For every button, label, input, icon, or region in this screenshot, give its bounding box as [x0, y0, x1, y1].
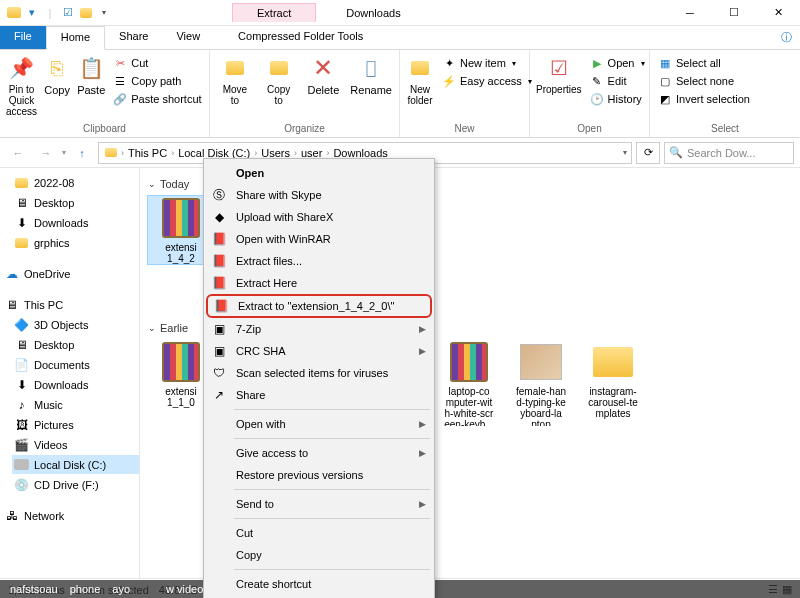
crumb-user[interactable]: user — [299, 147, 324, 159]
nav-item-onedrive[interactable]: ☁OneDrive — [2, 264, 139, 283]
tab-share[interactable]: Share — [105, 26, 162, 49]
blank-icon — [210, 575, 228, 593]
copy-button[interactable]: ⎘Copy — [41, 52, 73, 98]
nav-item-network[interactable]: 🖧Network — [2, 506, 139, 525]
tab-home[interactable]: Home — [46, 26, 105, 50]
nav-item-local-disk-c-[interactable]: Local Disk (C:) — [12, 455, 139, 474]
ctx-open-with[interactable]: Open with▶ — [206, 413, 432, 435]
file-item[interactable]: laptop-computer-with-white-screen-keyb..… — [436, 340, 502, 426]
crumb-dropdown-icon[interactable]: ▾ — [623, 148, 627, 157]
blank-icon — [210, 466, 228, 484]
ctx-copy[interactable]: Copy — [206, 544, 432, 566]
ctx-cut[interactable]: Cut — [206, 522, 432, 544]
copy-path-button[interactable]: ☰Copy path — [109, 73, 205, 89]
blank-icon — [210, 164, 228, 182]
paste-shortcut-button[interactable]: 🔗Paste shortcut — [109, 91, 205, 107]
new-folder-button[interactable]: New folder — [404, 52, 436, 108]
nav-item-cd-drive-f-[interactable]: 💿CD Drive (F:) — [12, 475, 139, 494]
rename-button[interactable]: ⌷Rename — [347, 52, 395, 98]
properties-button[interactable]: ☑Properties — [534, 52, 584, 97]
blank-icon — [210, 524, 228, 542]
nav-item-3d-objects[interactable]: 🔷3D Objects — [12, 315, 139, 334]
history-button[interactable]: 🕑History — [586, 91, 649, 107]
videos-icon: 🎬 — [14, 437, 29, 452]
nav-item-desktop[interactable]: 🖥Desktop — [12, 335, 139, 354]
nav-item-downloads[interactable]: ⬇Downloads — [12, 213, 139, 232]
tab-file[interactable]: File — [0, 26, 46, 49]
nav-item-downloads[interactable]: ⬇Downloads — [12, 375, 139, 394]
copy-to-button[interactable]: Copy to — [258, 52, 300, 108]
ctx-7-zip[interactable]: ▣7-Zip▶ — [206, 318, 432, 340]
qat-check-icon[interactable]: ☑ — [60, 5, 76, 21]
select-none-button[interactable]: ▢Select none — [654, 73, 754, 89]
taskbar-thumb[interactable]: ayo — [112, 583, 130, 595]
ctx-scan-selected-items-for-viruse[interactable]: 🛡Scan selected items for viruses — [206, 362, 432, 384]
contextual-tab-extract[interactable]: Extract — [232, 3, 316, 22]
ctx-extract-files-[interactable]: 📕Extract files... — [206, 250, 432, 272]
ctx-extract-to-extension-1-4-2-0-[interactable]: 📕Extract to "extension_1_4_2_0\" — [206, 294, 432, 318]
group-clipboard-label: Clipboard — [4, 122, 205, 135]
minimize-button[interactable]: ─ — [668, 0, 712, 26]
easy-access-button[interactable]: ⚡Easy access▾ — [438, 73, 536, 89]
crumb-users[interactable]: Users — [259, 147, 292, 159]
submenu-arrow-icon: ▶ — [419, 324, 426, 334]
file-item[interactable]: female-hand-typing-keyboard-laptop — [508, 340, 574, 426]
close-button[interactable]: ✕ — [756, 0, 800, 26]
nav-item-2022-08[interactable]: 2022-08 — [12, 173, 139, 192]
cut-button[interactable]: ✂Cut — [109, 55, 205, 71]
ctx-send-to[interactable]: Send to▶ — [206, 493, 432, 515]
edit-button[interactable]: ✎Edit — [586, 73, 649, 89]
recent-dropdown[interactable]: ▾ — [62, 148, 66, 157]
crumb-c[interactable]: Local Disk (C:) — [176, 147, 252, 159]
nav-item-music[interactable]: ♪Music — [12, 395, 139, 414]
ctx-open-with-winrar[interactable]: 📕Open with WinRAR — [206, 228, 432, 250]
up-button[interactable]: ↑ — [70, 141, 94, 165]
nav-item-documents[interactable]: 📄Documents — [12, 355, 139, 374]
nav-item-desktop[interactable]: 🖥Desktop — [12, 193, 139, 212]
ctx-give-access-to[interactable]: Give access to▶ — [206, 442, 432, 464]
select-all-button[interactable]: ▦Select all — [654, 55, 754, 71]
ctx-share-with-skype[interactable]: ⓈShare with Skype — [206, 184, 432, 206]
refresh-button[interactable]: ⟳ — [636, 142, 660, 164]
ctx-crc-sha[interactable]: ▣CRC SHA▶ — [206, 340, 432, 362]
maximize-button[interactable]: ☐ — [712, 0, 756, 26]
taskbar-thumb[interactable]: nafstsoau — [10, 583, 58, 595]
tab-compressed-tools[interactable]: Compressed Folder Tools — [228, 26, 373, 49]
music-icon: ♪ — [14, 397, 29, 412]
move-to-button[interactable]: Move to — [214, 52, 256, 108]
paste-icon: 📋 — [77, 54, 105, 82]
new-item-button[interactable]: ✦New item▾ — [438, 55, 536, 71]
taskbar-thumb[interactable]: phone — [70, 583, 101, 595]
invert-selection-button[interactable]: ◩Invert selection — [654, 91, 754, 107]
file-item[interactable]: instagram-carousel-templates — [580, 340, 646, 426]
ctx-upload-with-sharex[interactable]: ◆Upload with ShareX — [206, 206, 432, 228]
open-button[interactable]: ▶Open▾ — [586, 55, 649, 71]
nav-item-grphics[interactable]: grphics — [12, 233, 139, 252]
qat-dropdown-icon[interactable]: ▾ — [96, 5, 112, 21]
history-icon: 🕑 — [590, 92, 604, 106]
nav-item-this-pc[interactable]: 🖥This PC — [2, 295, 139, 314]
qat-save-icon[interactable]: ▾ — [24, 5, 40, 21]
nav-item-pictures[interactable]: 🖼Pictures — [12, 415, 139, 434]
pin-quick-access-button[interactable]: 📌Pin to Quick access — [4, 52, 39, 119]
delete-button[interactable]: ✕Delete — [302, 52, 346, 98]
window-title: Downloads — [346, 7, 400, 19]
ctx-extract-here[interactable]: 📕Extract Here — [206, 272, 432, 294]
help-icon[interactable]: ⓘ — [781, 30, 792, 45]
back-button[interactable]: ← — [6, 141, 30, 165]
search-input[interactable]: 🔍 Search Dow... — [664, 142, 794, 164]
paste-button[interactable]: 📋Paste — [75, 52, 107, 98]
scan-icon: 🛡 — [210, 364, 228, 382]
tab-view[interactable]: View — [162, 26, 214, 49]
navigation-pane[interactable]: 2022-08🖥Desktop⬇Downloadsgrphics☁OneDriv… — [0, 168, 140, 578]
forward-button[interactable]: → — [34, 141, 58, 165]
share-icon: ↗ — [210, 386, 228, 404]
nav-item-videos[interactable]: 🎬Videos — [12, 435, 139, 454]
ctx-open[interactable]: Open — [206, 162, 432, 184]
ctx-create-shortcut[interactable]: Create shortcut — [206, 573, 432, 595]
ctx-restore-previous-versions[interactable]: Restore previous versions — [206, 464, 432, 486]
crumb-downloads[interactable]: Downloads — [331, 147, 389, 159]
qat-paste-icon[interactable] — [78, 5, 94, 21]
ctx-share[interactable]: ↗Share — [206, 384, 432, 406]
crumb-thispc[interactable]: This PC — [126, 147, 169, 159]
